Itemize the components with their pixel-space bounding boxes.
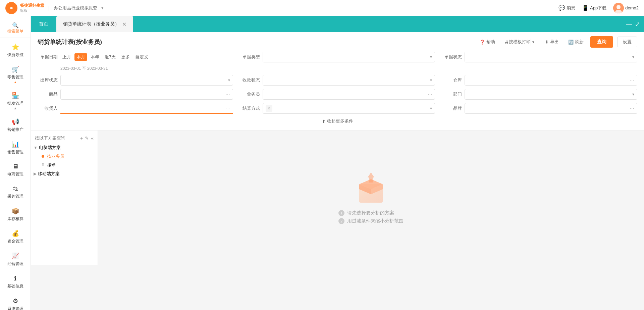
brand-field: 品牌 ··· [442, 103, 637, 114]
sidebar-item-ecommerce[interactable]: 🖥 电商管理 [2, 160, 29, 180]
sidebar-item-sales[interactable]: 📊 销售管理 [2, 137, 29, 158]
app-download-button[interactable]: 📱 App下载 [582, 5, 606, 11]
doc-type-field: 单据类型 ▾ [240, 52, 435, 62]
operations-icon: 📈 [12, 252, 19, 260]
date-tab-7days[interactable]: 近7天 [103, 53, 118, 61]
product-dots-icon: ··· [225, 91, 230, 97]
product-input[interactable]: ··· [60, 89, 233, 100]
left-panel-actions: + ✎ « [80, 136, 94, 141]
tree-desktop-children: 按业务员 ⠿ 按单 [31, 152, 98, 169]
payment-tag-close-icon[interactable]: × [268, 106, 270, 111]
empty-steps-list: 1 请先选择要分析的方案 2 用过滤条件来缩小分析范围 [338, 210, 404, 226]
sidebar-item-quick-nav[interactable]: ⭐ 快捷导航 [2, 40, 29, 61]
print-arrow-icon[interactable]: ▾ [531, 39, 536, 46]
purchase-icon: 🛍 [12, 185, 18, 192]
print-button[interactable]: 🖨 按模板打印 ▾ [502, 37, 538, 47]
logo-text: 畅捷通好生意 标版 [20, 3, 44, 13]
brand-label: 品牌 [442, 105, 462, 111]
tab-close-icon[interactable]: ✕ [122, 21, 126, 28]
minimize-icon[interactable]: — [626, 21, 632, 28]
breadcrumb: 办公用品行业模拟账套 [54, 5, 97, 11]
sidebar-item-system[interactable]: ⚙ 系统管理 [2, 294, 29, 310]
left-panel-area: 按以下方案查询 + ✎ « ▼ 电脑端方案 [31, 131, 644, 265]
warehouse-input[interactable]: ··· [465, 75, 637, 86]
doc-type-select[interactable]: ▾ [263, 52, 435, 62]
consignee-field: 收货人 ··· [38, 103, 233, 114]
sidebar-item-retail[interactable]: 🛒 零售管理 ▲ [2, 62, 29, 87]
system-icon: ⚙ [13, 297, 18, 305]
tree-desktop-node[interactable]: ▼ 电脑端方案 [31, 143, 98, 152]
date-tab-this-year[interactable]: 本年 [89, 53, 101, 61]
collapse-panel-button[interactable]: « [91, 136, 94, 141]
search-menu-button[interactable]: 🔍 搜索菜单 [0, 19, 31, 38]
payment-method-label: 结算方式 [240, 105, 260, 111]
top-bar-left: 畅捷通好生意 标版 | 办公用品行业模拟账套 ▾ [5, 2, 104, 14]
add-scheme-button[interactable]: + [80, 136, 83, 141]
out-status-select[interactable]: ▾ [60, 75, 233, 86]
page-actions: ❓ 帮助 🖨 按模板打印 ▾ ⬇ 导出 🔄 刷新 [477, 36, 637, 48]
empty-state-icon [351, 169, 391, 206]
sidebar-item-wholesale[interactable]: 🏪 批发管理 ▲ [2, 89, 29, 113]
tree-expand-icon: ▼ [34, 145, 38, 150]
collapse-icon: ⬆ [322, 119, 326, 124]
consignee-input[interactable]: ··· [60, 103, 233, 114]
tree-mobile-node[interactable]: ▶ 移动端方案 [31, 169, 98, 178]
maximize-icon[interactable]: ⤢ [635, 20, 640, 28]
sidebar-item-inventory[interactable]: 📦 库存核算 [2, 204, 29, 225]
wholesale-arrow: ▲ [14, 106, 17, 110]
help-button[interactable]: ❓ 帮助 [477, 38, 498, 46]
export-icon: ⬇ [545, 40, 549, 45]
query-button[interactable]: 查询 [590, 36, 613, 48]
payment-method-select[interactable]: × ▾ [263, 103, 435, 114]
active-dot-icon [42, 155, 44, 158]
breadcrumb-chevron[interactable]: ▾ [101, 5, 104, 10]
left-panel-header: 按以下方案查询 + ✎ « [31, 133, 98, 143]
message-button[interactable]: 💬 消息 [558, 5, 575, 11]
warehouse-label: 仓库 [442, 77, 462, 83]
tab-active[interactable]: 销货单统计表（按业务员） ✕ [56, 16, 133, 32]
payment-method-chevron: ▾ [430, 106, 432, 111]
doc-status-select[interactable]: ▾ [465, 52, 637, 62]
svg-point-2 [616, 5, 621, 9]
date-tab-last-month[interactable]: 上月 [60, 53, 73, 61]
salesperson-input[interactable]: ··· [263, 89, 435, 100]
page-content: 销货单统计表(按业务员) ❓ 帮助 🖨 按模板打印 ▾ ⬇ 导出 [31, 32, 644, 310]
tab-bar: 首页 销货单统计表（按业务员） ✕ — ⤢ [31, 16, 644, 32]
tree-node-salesperson[interactable]: 按业务员 [39, 152, 98, 161]
doc-status-label: 单据状态 [442, 54, 462, 60]
message-icon: 💬 [558, 5, 565, 11]
date-tab-this-month[interactable]: 本月 [74, 53, 87, 61]
collapse-filters-button[interactable]: ⬆ 收起更多条件 [38, 116, 637, 126]
tree-node-by-order[interactable]: ⠿ 按单 [39, 161, 98, 169]
refresh-button[interactable]: 🔄 刷新 [566, 38, 586, 46]
drag-icon: ⠿ [42, 163, 45, 167]
tab-home[interactable]: 首页 [31, 16, 56, 32]
date-tab-custom[interactable]: 自定义 [133, 53, 150, 61]
date-tab-more[interactable]: 更多 [119, 53, 132, 61]
department-field: 部门 ▾ [442, 89, 637, 100]
out-status-field: 出库状态 ▾ [38, 75, 233, 86]
warehouse-field: 仓库 ··· [442, 75, 637, 86]
receipt-status-select[interactable]: ▾ [263, 75, 435, 86]
main-data-area: 1 请先选择要分析的方案 2 用过滤条件来缩小分析范围 [98, 131, 644, 265]
retail-arrow: ▲ [14, 80, 17, 84]
product-label: 商品 [38, 91, 58, 97]
sidebar-item-marketing[interactable]: 📢 营销推广 [2, 115, 29, 136]
settings-button[interactable]: 设置 [617, 37, 637, 47]
page-title: 销货单统计表(按业务员) [38, 38, 102, 46]
sidebar-item-operations[interactable]: 📈 经营管理 [2, 249, 29, 270]
sidebar-item-purchase[interactable]: 🛍 采购管理 [2, 182, 29, 203]
user-area[interactable]: demo2 [613, 3, 639, 13]
sidebar-item-basic[interactable]: ℹ 基础信息 [2, 271, 29, 293]
finance-icon: 💰 [12, 230, 19, 237]
department-select[interactable]: ▾ [465, 89, 637, 100]
export-button[interactable]: ⬇ 导出 [542, 38, 561, 46]
avatar [613, 3, 624, 13]
department-chevron: ▾ [632, 92, 634, 97]
brand-input[interactable]: ··· [465, 103, 637, 114]
consignee-dots-icon: ··· [226, 105, 230, 111]
edit-scheme-button[interactable]: ✎ [85, 136, 89, 141]
sidebar-item-finance[interactable]: 💰 资金管理 [2, 226, 29, 248]
brand-dots-icon: ··· [630, 105, 634, 111]
retail-icon: 🛒 [12, 66, 19, 73]
